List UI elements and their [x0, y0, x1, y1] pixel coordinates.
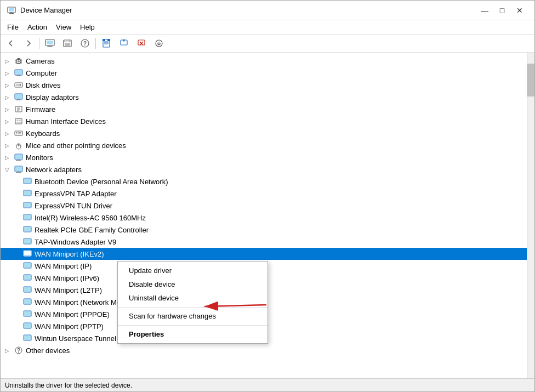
expand-display[interactable]: ▷ — [3, 93, 12, 101]
uninstall-button[interactable] — [133, 36, 150, 50]
svg-rect-73 — [24, 191, 31, 195]
menu-view[interactable]: View — [52, 21, 76, 33]
wan-network-monitor-icon — [22, 297, 32, 307]
disk-drives-label: Disk drives — [26, 81, 61, 89]
expand-monitors[interactable]: ▷ — [3, 153, 12, 162]
firmware-label: Firmware — [26, 105, 55, 113]
ctx-scan-hardware[interactable]: Scan for hardware changes — [118, 307, 268, 323]
svg-rect-41 — [17, 99, 20, 100]
ctx-properties[interactable]: Properties — [118, 325, 268, 341]
maximize-button[interactable]: □ — [494, 5, 510, 16]
tree-item-other-devices[interactable]: ▷ ? Other devices — [1, 344, 527, 356]
wan-pptp-label: WAN Miniport (PPTP) — [35, 322, 104, 331]
context-menu: Update driver Disable device Uninstall d… — [117, 261, 268, 344]
scan-button[interactable] — [151, 36, 167, 50]
tree-item-expressvpn-tap[interactable]: ExpressVPN TAP Adapter — [1, 188, 527, 200]
close-button[interactable]: ✕ — [511, 5, 528, 16]
svg-rect-58 — [20, 134, 21, 135]
camera-icon — [14, 56, 24, 66]
expand-keyboards[interactable]: ▷ — [3, 129, 12, 138]
tree-item-mice[interactable]: ▷ Mice and other pointing devices — [1, 139, 527, 151]
svg-rect-49 — [19, 120, 21, 121]
svg-rect-51 — [15, 131, 22, 135]
title-bar: Device Manager — □ ✕ — [1, 1, 534, 20]
svg-rect-63 — [15, 155, 22, 159]
other-icon: ? — [14, 345, 24, 355]
tree-item-computer[interactable]: ▷ Computer — [1, 67, 527, 79]
svg-rect-5 — [47, 41, 53, 44]
monitors-label: Monitors — [26, 154, 53, 162]
wan-pppoe-label: WAN Miniport (PPPOE) — [35, 310, 110, 319]
svg-rect-48 — [16, 120, 19, 121]
ctx-uninstall-device[interactable]: Uninstall device — [118, 291, 268, 305]
tree-item-cameras[interactable]: ▷ Cameras — [1, 55, 527, 67]
expand-other[interactable]: ▷ — [3, 346, 12, 355]
tree-item-wan-ikev2[interactable]: WAN Miniport (IKEv2) — [1, 248, 527, 260]
intel-wireless-label: Intel(R) Wireless-AC 9560 160MHz — [35, 214, 146, 222]
intel-wireless-icon — [22, 213, 32, 223]
device-manager-window: Device Manager — □ ✕ File Action View He… — [0, 0, 535, 392]
expand-network[interactable]: ▽ — [3, 165, 12, 174]
tree-item-realtek[interactable]: Realtek PCIe GbE Family Controller — [1, 224, 527, 236]
ctx-update-driver[interactable]: Update driver — [118, 264, 268, 277]
minimize-button[interactable]: — — [476, 5, 493, 16]
expand-mice[interactable]: ▷ — [3, 141, 12, 150]
expand-hid[interactable]: ▷ — [3, 117, 12, 126]
app-icon — [7, 6, 16, 15]
computer-icon — [14, 68, 24, 78]
menu-file[interactable]: File — [3, 21, 23, 33]
tree-item-display-adaptors[interactable]: ▷ Display adaptors — [1, 91, 527, 103]
scrollbar-thumb[interactable] — [527, 64, 534, 96]
update-driver-button[interactable] — [116, 36, 132, 50]
menu-action[interactable]: Action — [23, 21, 52, 33]
vertical-scrollbar[interactable] — [527, 53, 534, 378]
ctx-disable-device[interactable]: Disable device — [118, 277, 268, 291]
tree-item-keyboards[interactable]: ▷ Keyboards — [1, 127, 527, 139]
svg-rect-79 — [24, 227, 31, 231]
wan-ipv6-icon — [22, 273, 32, 283]
help-button[interactable]: ? — [77, 36, 93, 50]
svg-text:?: ? — [17, 348, 20, 354]
wan-l2tp-label: WAN Miniport (L2TP) — [35, 286, 102, 294]
svg-rect-6 — [48, 46, 52, 47]
properties-button[interactable] — [98, 36, 115, 50]
svg-rect-68 — [17, 172, 20, 172]
toolbar-sep-1 — [39, 38, 39, 49]
main-content: ▷ Cameras ▷ — [1, 53, 534, 378]
tree-item-monitors[interactable]: ▷ Monitors — [1, 151, 527, 163]
svg-rect-69 — [16, 172, 21, 173]
expand-firmware[interactable]: ▷ — [3, 105, 12, 113]
expressvpn-tap-icon — [22, 189, 32, 198]
svg-rect-9 — [64, 42, 71, 42]
tree-item-intel-wireless[interactable]: Intel(R) Wireless-AC 9560 160MHz — [1, 212, 527, 224]
forward-button[interactable] — [20, 36, 37, 50]
expressvpn-tun-label: ExpressVPN TUN Driver — [35, 202, 112, 210]
tree-item-hid[interactable]: ▷ Human Interface Devices — [1, 115, 527, 127]
view-button[interactable] — [59, 36, 76, 50]
mouse-icon — [14, 140, 24, 150]
tree-item-expressvpn-tun[interactable]: ExpressVPN TUN Driver — [1, 200, 527, 212]
tree-item-bluetooth[interactable]: Bluetooth Device (Personal Area Network) — [1, 175, 527, 188]
svg-rect-33 — [15, 70, 22, 75]
tree-item-network-adapters[interactable]: ▽ Network adapters — [1, 163, 527, 175]
device-tree[interactable]: ▷ Cameras ▷ — [1, 53, 527, 378]
svg-rect-64 — [17, 160, 20, 160]
menu-help[interactable]: Help — [76, 21, 99, 33]
svg-text:?: ? — [83, 41, 87, 47]
disk-icon — [14, 80, 24, 90]
back-button[interactable] — [3, 36, 19, 50]
svg-rect-83 — [24, 251, 31, 255]
svg-rect-87 — [24, 275, 31, 280]
computer-button[interactable] — [42, 36, 58, 50]
display-adaptors-label: Display adaptors — [26, 93, 79, 101]
svg-rect-24 — [138, 40, 145, 45]
svg-rect-97 — [24, 336, 31, 340]
expressvpn-tap-label: ExpressVPN TAP Adapter — [35, 190, 117, 198]
expand-disk-drives[interactable]: ▷ — [3, 81, 12, 89]
expand-cameras[interactable]: ▷ — [3, 56, 12, 65]
expand-computer[interactable]: ▷ — [3, 69, 12, 77]
firmware-icon — [14, 104, 24, 114]
tree-item-tap-windows[interactable]: TAP-Windows Adapter V9 — [1, 236, 527, 248]
tree-item-firmware[interactable]: ▷ Firmware — [1, 103, 527, 115]
tree-item-disk-drives[interactable]: ▷ Disk drives — [1, 79, 527, 91]
